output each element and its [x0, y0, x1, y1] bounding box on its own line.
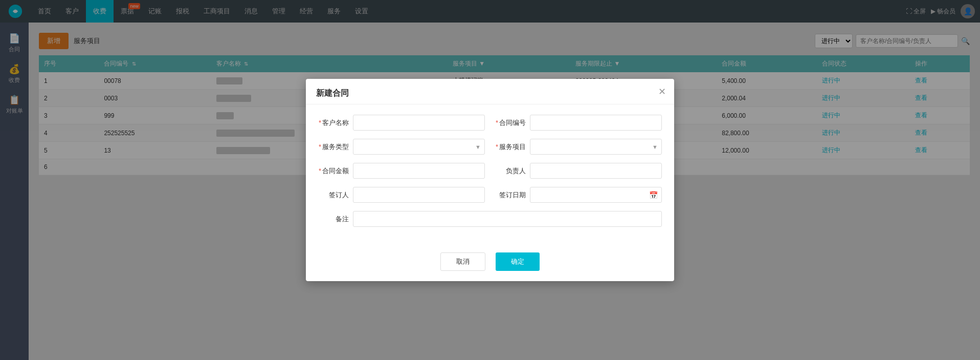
service-item-select-wrapper: ▼ — [530, 139, 662, 155]
dialog-title: 新建合同 — [306, 79, 674, 104]
form-group-signer: 签订人 — [318, 187, 485, 203]
confirm-button[interactable]: 确定 — [496, 252, 540, 271]
service-item-label: *服务项目 — [495, 142, 526, 152]
required-star4: * — [496, 143, 498, 151]
service-type-select-wrapper: ▼ — [353, 139, 485, 155]
dialog-close-button[interactable]: ✕ — [658, 86, 666, 97]
sign-date-label: 签订日期 — [495, 190, 526, 200]
responsible-label: 负责人 — [495, 166, 526, 176]
cancel-button[interactable]: 取消 — [440, 252, 485, 271]
form-group-remarks: 备注 — [318, 211, 662, 227]
form-group-amount: *合同金额 0.00 — [318, 163, 485, 179]
required-star2: * — [496, 119, 498, 126]
client-name-input[interactable] — [353, 115, 485, 131]
new-contract-dialog: 新建合同 ✕ *客户名称 *合同编号 — [306, 79, 674, 281]
responsible-input[interactable] — [530, 163, 662, 179]
form-group-service-item: *服务项目 ▼ — [495, 139, 662, 155]
form-group-service-type: *服务类型 ▼ — [318, 139, 485, 155]
amount-label: *合同金额 — [318, 166, 349, 176]
dialog-footer: 取消 确定 — [306, 245, 674, 281]
required-star3: * — [319, 143, 321, 151]
form-row-1: *客户名称 *合同编号 — [318, 115, 662, 131]
service-type-select[interactable] — [353, 139, 485, 155]
service-type-label: *服务类型 — [318, 142, 349, 152]
sign-date-input[interactable]: 2023-06-06 — [530, 187, 662, 203]
required-star: * — [319, 119, 321, 126]
remarks-label: 备注 — [318, 215, 349, 224]
required-star5: * — [319, 167, 321, 175]
amount-input[interactable]: 0.00 — [353, 163, 485, 179]
signer-label: 签订人 — [318, 190, 349, 200]
form-row-4: 签订人 签订日期 2023-06-06 📅 — [318, 187, 662, 203]
form-row-2: *服务类型 ▼ *服务项目 — [318, 139, 662, 155]
contract-no-label: *合同编号 — [495, 118, 526, 128]
form-row-3: *合同金额 0.00 负责人 — [318, 163, 662, 179]
form-group-responsible: 负责人 — [495, 163, 662, 179]
form-row-5: 备注 — [318, 211, 662, 227]
dialog-overlay[interactable]: 新建合同 ✕ *客户名称 *合同编号 — [0, 0, 980, 360]
service-item-select[interactable] — [530, 139, 662, 155]
signer-input[interactable] — [353, 187, 485, 203]
form-group-sign-date: 签订日期 2023-06-06 📅 — [495, 187, 662, 203]
form-group-client-name: *客户名称 — [318, 115, 485, 131]
dialog-body: *客户名称 *合同编号 *服务类型 — [306, 104, 674, 245]
form-group-contract-no: *合同编号 — [495, 115, 662, 131]
remarks-input[interactable] — [353, 211, 662, 227]
client-name-label: *客户名称 — [318, 118, 349, 128]
sign-date-wrapper: 2023-06-06 📅 — [530, 187, 662, 203]
contract-no-input[interactable] — [530, 115, 662, 131]
